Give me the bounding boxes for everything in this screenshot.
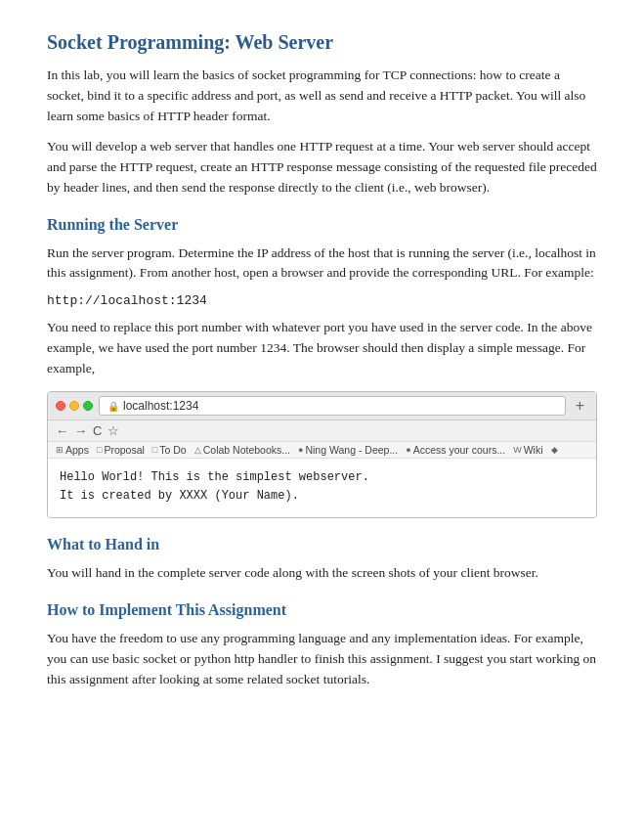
nav-forward-button[interactable]: → (74, 423, 87, 438)
hand-in-paragraph-1: You will hand in the complete server cod… (47, 563, 597, 584)
browser-bookmarks-bar: ⊞ Apps □ Proposal □ To Do △ Colab Notebo… (48, 442, 596, 459)
url-example: http://localhost:1234 (47, 293, 597, 308)
bookmark-extra: ◆ (551, 445, 558, 455)
nav-back-button[interactable]: ← (56, 423, 68, 438)
bookmark-todo: □ To Do (152, 444, 187, 456)
proposal-bookmark-icon: □ (97, 445, 102, 455)
bookmark-ning: ● Ning Wang - Deep... (298, 444, 398, 456)
bookmark-colab: △ Colab Notebooks... (194, 444, 290, 456)
extra-bookmark-icon: ◆ (551, 445, 558, 455)
bookmark-access: ● Access your cours... (406, 444, 505, 456)
running-paragraph-2: You need to replace this port number wit… (47, 318, 597, 379)
browser-titlebar: 🔒 localhost:1234 + (48, 392, 596, 420)
bookmark-todo-label: To Do (159, 444, 186, 456)
browser-traffic-lights (56, 401, 93, 411)
browser-address-bar[interactable]: 🔒 localhost:1234 (99, 396, 566, 416)
bookmark-colab-label: Colab Notebooks... (203, 444, 290, 456)
bookmark-wiki: W Wiki (513, 444, 542, 456)
close-window-dot (56, 401, 65, 411)
section-heading-running: Running the Server (47, 216, 597, 234)
bookmark-wiki-label: Wiki (524, 444, 543, 456)
maximize-window-dot (83, 401, 93, 411)
running-paragraph-1: Run the server program. Determine the IP… (47, 243, 597, 285)
implement-paragraph-1: You have the freedom to use any programm… (47, 629, 597, 690)
page-title: Socket Programming: Web Server (47, 31, 597, 54)
bookmark-apps: ⊞ Apps (56, 444, 89, 456)
nav-home-button[interactable]: ☆ (107, 423, 119, 438)
section-heading-hand-in: What to Hand in (47, 536, 597, 553)
bookmark-proposal: □ Proposal (97, 444, 145, 456)
browser-mockup: 🔒 localhost:1234 + ← → C ☆ ⊞ Apps □ Prop… (47, 391, 597, 518)
nav-refresh-button[interactable]: C (93, 423, 102, 438)
bookmark-proposal-label: Proposal (104, 444, 144, 456)
intro-paragraph-1: In this lab, you will learn the basics o… (47, 66, 597, 127)
apps-bookmark-icon: ⊞ (56, 445, 64, 455)
lock-icon: 🔒 (107, 401, 119, 412)
browser-nav-bar: ← → C ☆ (48, 420, 596, 442)
bookmark-access-label: Access your cours... (413, 444, 506, 456)
wiki-bookmark-icon: W (513, 445, 522, 455)
intro-paragraph-2: You will develop a web server that handl… (47, 137, 597, 199)
colab-bookmark-icon: △ (194, 445, 201, 455)
bookmark-ning-label: Ning Wang - Deep... (305, 444, 398, 456)
ning-bookmark-icon: ● (298, 445, 303, 455)
minimize-window-dot (69, 401, 79, 411)
browser-content-line-2: It is created by XXXX (Your Name). (60, 487, 584, 506)
section-heading-implement: How to Implement This Assignment (47, 601, 597, 619)
access-bookmark-icon: ● (406, 445, 410, 455)
browser-content-line-1: Hello World! This is the simplest webser… (60, 468, 584, 487)
bookmark-apps-label: Apps (65, 444, 89, 456)
browser-content: Hello World! This is the simplest webser… (48, 459, 596, 517)
new-tab-button[interactable]: + (572, 397, 588, 415)
todo-bookmark-icon: □ (152, 445, 157, 455)
address-text: localhost:1234 (123, 399, 198, 413)
